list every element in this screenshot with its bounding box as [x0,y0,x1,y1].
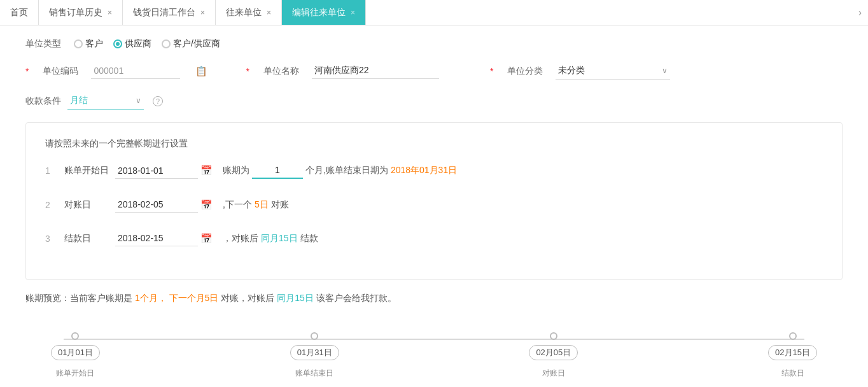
tab-partner[interactable]: 往来单位 × [216,0,282,25]
tab-home[interactable]: 首页 [0,0,39,25]
billing-start-row: 1 账单开始日 📅 账期为 个月,账单结束日期为 2018年01月31日 [45,162,823,179]
tab-partner-close[interactable]: × [267,8,271,17]
reconcile-suffix: 对账 [271,199,289,211]
preview-next-day: 下一个月5日 [169,293,219,303]
preview-suffix: 该客户会给我打款。 [316,293,396,303]
period-desc-prefix: 账期为 [223,165,249,176]
tab-cash-work[interactable]: 钱货日清工作台 × [123,0,216,25]
reconcile-row: 2 对账日 📅 ,下一个 5日 对账 [45,197,823,213]
main-content: 单位类型 客户 供应商 客户/供应商 * 单位编码 📋 * 单位名称 * 单位分… [0,25,868,387]
radio-customer-circle [74,39,83,48]
tab-sales-close[interactable]: × [108,8,112,17]
payment-input[interactable] [115,230,198,246]
preview-months: 1个月， [135,293,167,303]
unit-name-label: 单位名称 [263,66,299,77]
timeline-point-reconcile-circle [550,332,557,340]
tab-home-label: 首页 [10,7,28,18]
unit-code-input[interactable] [91,63,180,79]
timeline-points: 01月01日 账单开始日 01月31日 账单结束日 02月05日 对账日 02月… [51,332,817,379]
billing-start-calendar-icon[interactable]: 📅 [200,165,213,176]
radio-both[interactable]: 客户/供应商 [162,38,220,50]
help-icon[interactable]: ? [153,96,163,106]
unit-type-row: 单位类型 客户 供应商 客户/供应商 [25,38,843,50]
reconcile-desc: ,下一个 5日 对账 [223,199,289,211]
tab-sales-history[interactable]: 销售订单历史 × [39,0,123,25]
name-required: * [246,66,249,76]
tab-cash-label: 钱货日清工作台 [133,7,195,18]
unit-code-label: 单位编码 [43,66,78,77]
timeline-payment-date: 02月15日 [768,345,817,360]
payment-row: 3 结款日 📅 ，对账后 同月15日 结款 [45,230,823,246]
period-months-input[interactable] [252,162,303,179]
timeline-end-label: 账单结束日 [295,368,333,379]
timeline-point-payment-circle [789,332,797,340]
timeline-start-date: 01月01日 [51,345,100,360]
timeline-start-label: 账单开始日 [56,368,94,379]
payment-terms-dropdown[interactable]: 月结 ∨ [67,92,144,109]
payment-terms-value: 月结 [70,95,88,106]
billing-start-label: 账单开始日 [64,165,115,176]
tab-cash-close[interactable]: × [200,8,205,17]
timeline-point-end-circle [311,332,318,340]
billing-end-date-highlight: 2018年01月31日 [391,165,457,176]
billing-start-input[interactable] [115,163,198,179]
tab-partner-label: 往来单位 [226,7,262,18]
billing-start-desc: 账期为 个月,账单结束日期为 2018年01月31日 [223,162,457,179]
reconcile-input[interactable] [115,197,198,213]
payment-terms-label: 收款条件 [25,95,61,107]
unit-name-input[interactable] [312,63,439,79]
tab-scroll-arrow[interactable]: › [852,7,868,18]
period-desc-suffix: 个月,账单结束日期为 [305,165,388,176]
radio-both-circle [162,39,171,48]
timeline-point-start-circle [71,332,79,340]
unit-class-arrow-icon: ∨ [662,66,668,75]
timeline-reconcile-date: 02月05日 [529,345,578,360]
reconcile-calendar-icon[interactable]: 📅 [200,199,213,211]
timeline-payment-label: 结款日 [781,368,804,379]
row-num-3: 3 [45,234,64,244]
timeline-end-date: 01月31日 [290,345,339,360]
code-required: * [25,66,29,76]
preview-payment-day: 同月15日 [277,293,314,303]
timeline-point-end: 01月31日 账单结束日 [290,332,339,379]
payment-terms-row: 收款条件 月结 ∨ ? [25,92,843,109]
tab-edit-partner-close[interactable]: × [351,8,355,17]
radio-supplier[interactable]: 供应商 [113,38,151,50]
timeline-reconcile-label: 对账日 [542,368,565,379]
unit-type-radio-group: 客户 供应商 客户/供应商 [74,38,220,50]
timeline: 01月01日 账单开始日 01月31日 账单结束日 02月05日 对账日 02月… [25,320,843,387]
tab-bar: 首页 销售订单历史 × 钱货日清工作台 × 往来单位 × 编辑往来单位 × › [0,0,868,25]
reconcile-comma: ,下一个 [223,199,252,211]
radio-supplier-circle [113,39,122,48]
payment-label: 结款日 [64,233,115,244]
payment-desc-suffix: 结款 [300,233,318,244]
radio-supplier-label: 供应商 [125,38,151,50]
unit-class-value: 未分类 [558,65,585,76]
code-name-class-row: * 单位编码 📋 * 单位名称 * 单位分类 未分类 ∨ [25,62,843,80]
timeline-point-payment: 02月15日 结款日 [768,332,817,379]
radio-both-label: 客户/供应商 [173,38,220,50]
unit-class-label: 单位分类 [507,66,543,77]
tab-edit-partner[interactable]: 编辑往来单位 × [282,0,366,25]
reconcile-day-highlight: 5日 [255,199,269,211]
preview-reconcile: 对账，对账后 [221,293,277,303]
row-num-2: 2 [45,200,64,210]
radio-customer[interactable]: 客户 [74,38,103,50]
payment-calendar-icon[interactable]: 📅 [200,233,213,244]
payment-terms-arrow-icon: ∨ [136,96,141,105]
payment-desc: ，对账后 同月15日 结款 [223,233,318,244]
tab-edit-partner-label: 编辑往来单位 [292,7,346,18]
payment-day-highlight: 同月15日 [261,233,298,244]
timeline-point-reconcile: 02月05日 对账日 [529,332,578,379]
reconcile-label: 对账日 [64,199,115,211]
preview-label: 账期预览：当前客户账期是 [25,293,132,303]
radio-customer-label: 客户 [85,38,103,50]
unit-type-label: 单位类型 [25,38,61,50]
timeline-point-start: 01月01日 账单开始日 [51,332,100,379]
tab-sales-label: 销售订单历史 [49,7,102,18]
unit-class-dropdown[interactable]: 未分类 ∨ [556,62,670,80]
period-settings-section: 请按照未来的一个完整帐期进行设置 1 账单开始日 📅 账期为 个月,账单结束日期… [25,122,843,280]
payment-desc-prefix: ，对账后 [223,233,258,244]
row-num-1: 1 [45,165,64,176]
unit-code-calendar-icon[interactable]: 📋 [195,66,207,77]
